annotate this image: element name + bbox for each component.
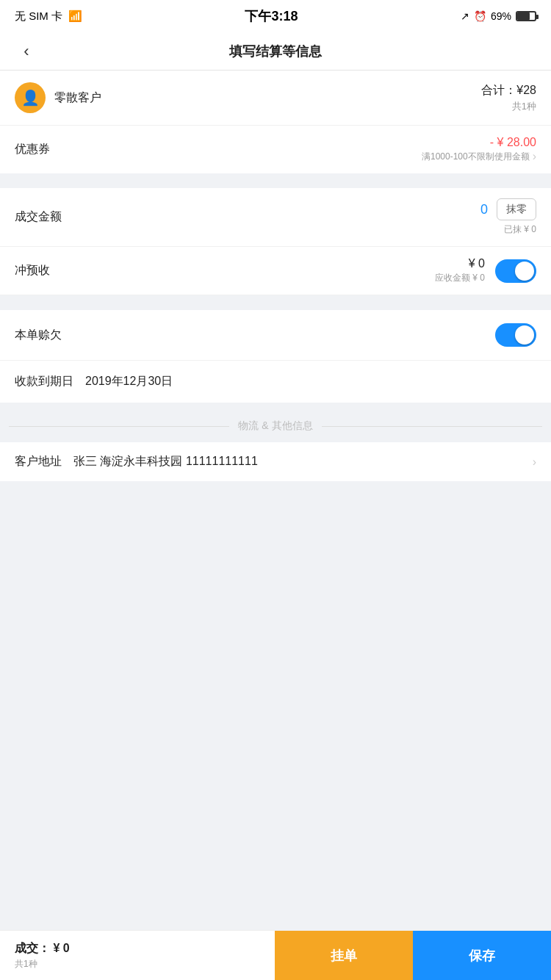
prepayment-amount: ¥ 0 [435, 257, 485, 270]
logistics-line-right [322, 426, 542, 427]
status-left: 无 SIM 卡 📶 [15, 10, 82, 24]
battery-icon [516, 11, 536, 21]
address-value: 张三 海淀永丰科技园 11111111111 [73, 454, 527, 469]
customer-total-area: 合计：¥28 共1种 [481, 83, 536, 113]
address-row[interactable]: 客户地址 张三 海淀永丰科技园 11111111111 › [0, 442, 551, 481]
toggle-circle [515, 262, 534, 281]
customer-row: 👤 零散客户 合计：¥28 共1种 [0, 71, 551, 125]
debit-section: 本单赊欠 收款到期日 2019年12月30日 [0, 310, 551, 403]
pending-button[interactable]: 挂单 [275, 931, 413, 981]
customer-left: 👤 零散客户 [15, 82, 101, 113]
prepayment-amounts: ¥ 0 应收金额 ¥ 0 [435, 257, 485, 284]
total-amount: 合计：¥28 [481, 83, 536, 98]
debit-label: 本单赊欠 [15, 328, 62, 343]
chevron-right-icon: › [533, 150, 536, 163]
logistics-line-left [9, 426, 229, 427]
customer-section: 👤 零散客户 合计：¥28 共1种 优惠券 - ¥ 28.00 满1000-10… [0, 71, 551, 173]
bottom-count: 共1种 [15, 958, 260, 970]
back-button[interactable]: ‹ [12, 37, 41, 66]
status-bar: 无 SIM 卡 📶 下午3:18 ↗ ⏰ 69% [0, 0, 551, 32]
total-count: 共1种 [481, 100, 536, 113]
bottom-spacer [0, 489, 551, 547]
prepayment-row: 冲预收 ¥ 0 应收金额 ¥ 0 [0, 247, 551, 295]
coupon-label: 优惠券 [15, 142, 50, 157]
address-chevron-icon: › [533, 455, 536, 469]
logistics-text: 物流 & 其他信息 [238, 419, 312, 433]
debit-row: 本单赊欠 [0, 310, 551, 361]
transaction-value: 0 [480, 202, 488, 217]
debit-toggle[interactable] [495, 323, 536, 347]
address-section: 客户地址 张三 海淀永丰科技园 11111111111 › [0, 442, 551, 481]
avatar-icon: 👤 [21, 89, 40, 107]
avatar: 👤 [15, 82, 46, 113]
already-zeroed: 已抹 ¥ 0 [480, 223, 536, 236]
bottom-bar: 成交： ¥ 0 共1种 挂单 保存 [0, 930, 551, 980]
due-date-label: 收款到期日 [15, 374, 73, 389]
transaction-row: 成交金额 0 抹零 已抹 ¥ 0 [0, 188, 551, 247]
nav-bar: ‹ 填写结算等信息 [0, 32, 551, 71]
prepayment-receivable: 应收金额 ¥ 0 [435, 272, 485, 284]
status-right: ↗ ⏰ 69% [461, 10, 536, 22]
prepayment-label: 冲预收 [15, 263, 50, 278]
due-date-row: 收款到期日 2019年12月30日 [0, 361, 551, 403]
divider-1 [0, 181, 551, 188]
prepayment-right: ¥ 0 应收金额 ¥ 0 [435, 257, 536, 284]
prepayment-toggle[interactable] [495, 259, 536, 283]
bottom-summary: 成交： ¥ 0 共1种 [0, 941, 275, 970]
bottom-deal-value: ¥ 0 [53, 942, 69, 954]
transaction-section: 成交金额 0 抹零 已抹 ¥ 0 冲预收 ¥ 0 应收金额 ¥ 0 [0, 188, 551, 295]
transaction-label: 成交金额 [15, 209, 62, 225]
battery-percent: 69% [491, 10, 511, 22]
wifi-icon: 📶 [68, 10, 82, 23]
sim-label: 无 SIM 卡 [15, 10, 62, 24]
alarm-icon: ⏰ [474, 10, 486, 22]
due-date-value: 2019年12月30日 [85, 374, 173, 389]
logistics-divider: 物流 & 其他信息 [0, 410, 551, 442]
save-button[interactable]: 保存 [413, 931, 551, 981]
location-icon: ↗ [461, 10, 469, 22]
coupon-desc: 满1000-100不限制使用金额 [422, 151, 530, 163]
transaction-right: 0 抹零 已抹 ¥ 0 [480, 198, 536, 236]
customer-name: 零散客户 [54, 90, 101, 106]
coupon-row[interactable]: 优惠券 - ¥ 28.00 满1000-100不限制使用金额 › [0, 125, 551, 173]
nav-title: 填写结算等信息 [229, 43, 322, 60]
divider-2 [0, 303, 551, 310]
bottom-deal-label: 成交： [15, 942, 50, 954]
address-label: 客户地址 [15, 454, 73, 469]
status-time: 下午3:18 [245, 7, 298, 25]
coupon-right: - ¥ 28.00 满1000-100不限制使用金额 › [422, 136, 536, 163]
round-zero-button[interactable]: 抹零 [497, 198, 536, 220]
coupon-discount: - ¥ 28.00 [422, 136, 536, 149]
bottom-deal-row: 成交： ¥ 0 [15, 941, 260, 956]
debit-toggle-circle [515, 325, 534, 345]
